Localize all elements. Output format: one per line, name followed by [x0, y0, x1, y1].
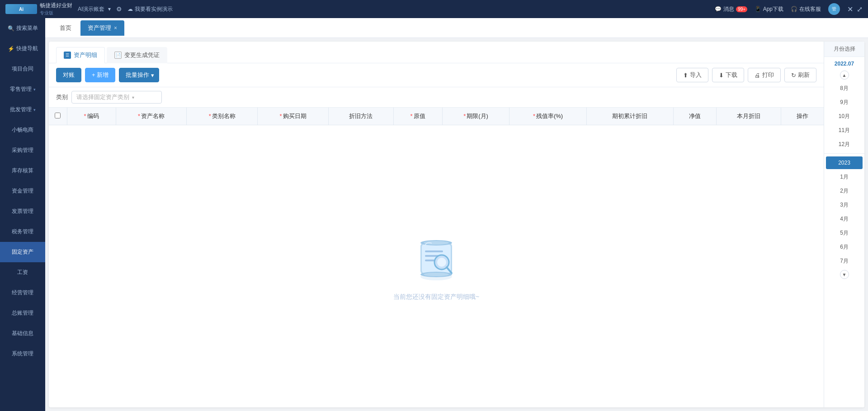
sidebar-label-quicknav: 快捷导航: [16, 45, 38, 52]
refresh-btn[interactable]: ↻ 刷新: [784, 68, 816, 82]
month-item-3[interactable]: 3月: [824, 198, 864, 212]
month-item-6[interactable]: 6月: [824, 240, 864, 254]
th-net-value: 净值: [673, 108, 716, 125]
cloud-icon: ☁: [127, 6, 133, 12]
tab-close-icon[interactable]: ×: [114, 25, 117, 31]
sub-tab-change-voucher-label: 变更生成凭证: [124, 51, 160, 59]
batch-btn[interactable]: 批量操作 ▾: [119, 68, 159, 82]
download-icon: ⬇: [719, 72, 724, 79]
headset-icon: 🎧: [791, 6, 797, 12]
month-item-7[interactable]: 7月: [824, 254, 864, 268]
sidebar-item-salary[interactable]: 工资: [0, 262, 45, 283]
sidebar-item-quicknav[interactable]: ⚡ 快捷导航: [0, 38, 45, 59]
month-item-12[interactable]: 12月: [824, 137, 864, 151]
tab-home[interactable]: 首页: [52, 20, 79, 36]
month-item-4[interactable]: 4月: [824, 212, 864, 226]
import-btn[interactable]: ⬆ 导入: [676, 68, 708, 82]
dropdown-icon[interactable]: ▾: [108, 6, 111, 12]
document-icon: 📄: [114, 52, 122, 59]
month-item-8[interactable]: 8月: [824, 81, 864, 95]
sidebar-label-retail: 零售管理: [10, 85, 32, 93]
filter-placeholder: 请选择固定资产类别: [76, 93, 129, 101]
company-selector[interactable]: AI演示账套 ▾: [78, 5, 111, 13]
table-container: *编码 *资产名称 *类别名称 *购买日期 折旧方法 *原值 *期限(月) *残…: [49, 108, 824, 407]
sidebar-label-tax: 税务管理: [12, 228, 33, 236]
month-item-2[interactable]: 2月: [824, 184, 864, 198]
sub-tab-asset-detail[interactable]: ☰ 资产明细: [56, 47, 105, 63]
year-divider: [824, 153, 864, 154]
print-icon: 🖨: [755, 72, 760, 79]
th-original-value: *原值: [393, 108, 442, 125]
message-btn[interactable]: 💬 消息 99+: [715, 5, 747, 13]
month-item-1[interactable]: 1月: [824, 170, 864, 184]
brand-area: Ai 畅捷通好业财 专业版: [5, 2, 72, 16]
user-avatar[interactable]: 管: [828, 3, 840, 15]
tab-active-label: 资产管理: [88, 24, 111, 32]
online-service-btn[interactable]: 🎧 在线客服: [791, 5, 821, 13]
print-btn[interactable]: 🖨 打印: [748, 68, 781, 82]
month-item-5[interactable]: 5月: [824, 226, 864, 240]
sidebar-item-ledger[interactable]: 总账管理: [0, 303, 45, 323]
select-all-col[interactable]: [49, 108, 67, 125]
sidebar-item-system[interactable]: 系统管理: [0, 344, 45, 364]
print-label: 打印: [762, 71, 774, 79]
svg-point-7: [437, 258, 446, 267]
toolbar: 对账 + 新增 批量操作 ▾ ⬆ 导入: [49, 63, 824, 87]
nav-icon: ⚡: [8, 46, 14, 52]
reconcile-btn[interactable]: 对账: [56, 68, 81, 82]
table-header-row: *编码 *资产名称 *类别名称 *购买日期 折旧方法 *原值 *期限(月) *残…: [49, 108, 824, 125]
th-category: *类别名称: [187, 108, 258, 125]
app-download-btn[interactable]: 📱 App下载: [755, 5, 783, 13]
th-asset-name: *资产名称: [116, 108, 187, 125]
close-window-btn[interactable]: ✕: [847, 5, 853, 14]
sidebar-item-search[interactable]: 🔍 搜索菜单: [0, 18, 45, 38]
message-badge: 99+: [736, 6, 747, 12]
download-btn[interactable]: ⬇ 下载: [712, 68, 744, 82]
demo-link[interactable]: ☁ 我要看实例演示: [127, 5, 173, 13]
tab-asset-management[interactable]: 资产管理 ×: [80, 20, 124, 36]
th-period: *期限(月): [442, 108, 509, 125]
th-code: *编码: [67, 108, 116, 125]
sidebar-item-ecommerce[interactable]: 小畅电商: [0, 120, 45, 140]
month-nav-up[interactable]: ▲: [824, 69, 864, 81]
import-icon: ⬆: [683, 72, 688, 79]
th-depreciation-method: 折旧方法: [328, 108, 393, 125]
phone-icon: 📱: [755, 6, 761, 12]
sub-tab-change-voucher[interactable]: 📄 变更生成凭证: [107, 47, 167, 63]
sidebar-item-inventory[interactable]: 库存核算: [0, 161, 45, 181]
reconcile-label: 对账: [63, 71, 75, 79]
month-up-btn[interactable]: ▲: [840, 71, 849, 80]
app-name: 畅捷通好业财: [40, 2, 72, 9]
th-residual-rate: *残值率(%): [509, 108, 586, 125]
category-select[interactable]: 请选择固定资产类别 ▾: [71, 91, 162, 104]
settings-icon[interactable]: ⚙: [116, 5, 122, 13]
sidebar-item-fixed-assets[interactable]: 固定资产: [0, 242, 45, 262]
toolbar-right: ⬆ 导入 ⬇ 下载 🖨 打印 ↻ 刷新: [676, 68, 816, 82]
sidebar-item-finance[interactable]: 资金管理: [0, 181, 45, 201]
sidebar-item-wholesale[interactable]: 批发管理 ▾: [0, 99, 45, 120]
month-item-11[interactable]: 11月: [824, 123, 864, 137]
maximize-window-btn[interactable]: ⤢: [857, 5, 863, 14]
month-nav-down[interactable]: ▼: [824, 268, 864, 281]
demo-text: 我要看实例演示: [135, 5, 173, 13]
main-layout: 🔍 搜索菜单 ⚡ 快捷导航 项目合同 零售管理 ▾ 批发管理 ▾ 小畅电商 采购…: [0, 18, 868, 411]
sidebar-item-retail[interactable]: 零售管理 ▾: [0, 79, 45, 99]
sidebar-label-finance: 资金管理: [12, 187, 33, 195]
window-controls: ✕ ⤢: [847, 5, 863, 14]
add-btn[interactable]: + 新增: [85, 68, 115, 82]
month-item-10[interactable]: 10月: [824, 109, 864, 123]
search-icon: 🔍: [8, 25, 14, 32]
page-inner: ☰ 资产明细 📄 变更生成凭证 对账 + 新增: [49, 42, 824, 407]
month-down-btn[interactable]: ▼: [840, 270, 849, 279]
sidebar-item-basic-info[interactable]: 基础信息: [0, 323, 45, 344]
sidebar-item-tax[interactable]: 税务管理: [0, 222, 45, 242]
sidebar-item-operations[interactable]: 经营管理: [0, 283, 45, 303]
select-all-checkbox[interactable]: [55, 113, 61, 118]
current-year-badge: 2023: [826, 156, 863, 169]
month-item-9[interactable]: 9月: [824, 95, 864, 109]
sidebar-item-project[interactable]: 项目合同: [0, 59, 45, 79]
sidebar-item-invoice[interactable]: 发票管理: [0, 201, 45, 222]
message-icon: 💬: [715, 6, 722, 12]
sidebar-item-purchase[interactable]: 采购管理: [0, 140, 45, 161]
month-selector-panel: 月份选择 2022.07 ▲ 8月 9月 10月 11月 12月 2023 1月…: [824, 42, 864, 407]
